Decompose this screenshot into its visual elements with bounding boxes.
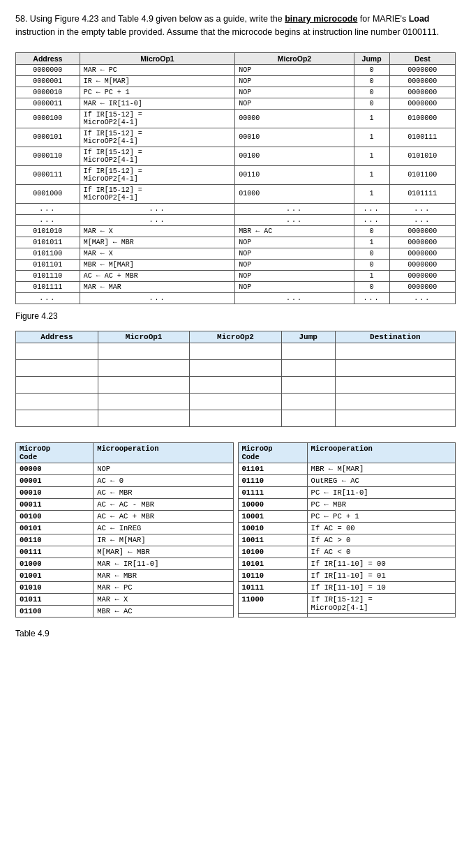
table-cell: ... — [354, 203, 389, 214]
table-cell: AC ← MBR — [94, 486, 233, 498]
table-row: 0101010MAR ← XMBR ← AC00000000 — [16, 225, 456, 237]
table-cell: ... — [235, 214, 354, 225]
answer-cell[interactable] — [335, 376, 455, 393]
answer-cell[interactable] — [98, 376, 189, 393]
question-text4: instruction in the empty table provided.… — [15, 27, 439, 37]
answer-cell[interactable] — [190, 410, 281, 426]
table-row: 0000001IR ← M[MAR]NOP00000000 — [16, 75, 456, 87]
answer-cell[interactable] — [281, 343, 335, 359]
answer-table: Address MicroOp1 MicroOp2 Jump Destinati… — [15, 331, 456, 427]
table-cell: ... — [389, 203, 455, 214]
table-cell: NOP — [235, 98, 354, 109]
list-item: 00000NOP — [16, 463, 234, 474]
table-cell: ... — [16, 214, 80, 225]
table-cell: 10011 — [238, 534, 307, 546]
answer-row[interactable] — [16, 376, 456, 393]
table-cell: 1 — [354, 237, 389, 248]
answer-cell[interactable] — [190, 343, 281, 359]
table-cell — [238, 613, 307, 617]
list-item: 00001AC ← 0 — [16, 474, 234, 486]
answer-row[interactable] — [16, 343, 456, 359]
col-header-dest: Dest — [389, 52, 455, 64]
table-cell: 0000001 — [16, 75, 80, 87]
table-cell: MAR ← MBR — [94, 569, 233, 581]
table-row: 0000000MAR ← PCNOP00000000 — [16, 64, 456, 75]
list-item: 01001MAR ← MBR — [16, 569, 234, 581]
table-cell: ... — [16, 292, 80, 304]
table-row: 0000010PC ← PC + 1NOP00000000 — [16, 87, 456, 98]
table-cell: 0000110 — [16, 147, 80, 165]
answer-cell[interactable] — [335, 393, 455, 410]
question-text: 58. Using Figure 4.23 and Table 4.9 give… — [15, 13, 456, 40]
table-cell: MAR ← X — [80, 248, 235, 259]
table-cell: 01000 — [235, 184, 354, 203]
table-cell: 0000111 — [16, 165, 80, 184]
table-cell: 00100 — [16, 510, 94, 522]
ans-col-microop1: MicroOp1 — [98, 331, 189, 343]
table-cell: If IR[11-10] = 01 — [307, 569, 455, 581]
table-cell: ... — [80, 203, 235, 214]
answer-cell[interactable] — [281, 376, 335, 393]
table-row: 0000110If IR[15-12] = MicroOP2[4-1]00100… — [16, 147, 456, 165]
table-cell: 0000000 — [389, 64, 455, 75]
table-row: 0000100If IR[15-12] = MicroOP2[4-1]00000… — [16, 109, 456, 128]
table-cell: ... — [80, 292, 235, 304]
table-cell: 00000 — [235, 109, 354, 128]
figure-caption: Figure 4.23 — [15, 311, 456, 321]
answer-row[interactable] — [16, 393, 456, 410]
table-cell: If IR[15-12] = MicroOP2[4-1] — [80, 109, 235, 128]
list-item: 10100If AC < 0 — [238, 546, 456, 558]
answer-cell[interactable] — [335, 343, 455, 359]
answer-cell[interactable] — [335, 359, 455, 376]
table-row: ............... — [16, 203, 456, 214]
answer-cell[interactable] — [98, 359, 189, 376]
table-cell: MAR ← MAR — [80, 281, 235, 292]
answer-row[interactable] — [16, 359, 456, 376]
answer-cell[interactable] — [335, 410, 455, 426]
answer-cell[interactable] — [281, 393, 335, 410]
answer-cell[interactable] — [16, 393, 98, 410]
answer-cell[interactable] — [98, 343, 189, 359]
list-item: 01010MAR ← PC — [16, 581, 234, 593]
answer-cell[interactable] — [281, 359, 335, 376]
answer-cell[interactable] — [98, 410, 189, 426]
table-cell: 0000000 — [389, 225, 455, 237]
table-49-right: MicroOpCode Microoperation 01101MBR ← M[… — [238, 442, 456, 618]
table-cell: If IR[15-12] = MicroOP2[4-1] — [80, 165, 235, 184]
list-item: 01000MAR ← IR[11-0] — [16, 558, 234, 569]
t49-right-op-header: Microoperation — [307, 442, 455, 463]
table-row: 0000111If IR[15-12] = MicroOP2[4-1]00110… — [16, 165, 456, 184]
table-cell: 0100111 — [389, 128, 455, 147]
answer-cell[interactable] — [16, 343, 98, 359]
list-item: 00111M[MAR] ← MBR — [16, 546, 234, 558]
list-item: 00011AC ← AC - MBR — [16, 498, 234, 510]
table-cell: NOP — [235, 237, 354, 248]
table-cell: ... — [354, 214, 389, 225]
answer-cell[interactable] — [16, 410, 98, 426]
table-cell: 0 — [354, 281, 389, 292]
table-cell: PC ← PC + 1 — [307, 510, 455, 522]
table-cell: 0101110 — [16, 270, 80, 281]
table-cell: 0000000 — [16, 64, 80, 75]
answer-cell[interactable] — [190, 376, 281, 393]
answer-cell[interactable] — [16, 359, 98, 376]
table-cell: 0000011 — [16, 98, 80, 109]
table-row: 0101011M[MAR] ← MBRNOP10000000 — [16, 237, 456, 248]
answer-cell[interactable] — [98, 393, 189, 410]
table-cell: 0 — [354, 259, 389, 270]
col-header-microop1: MicroOp1 — [80, 52, 235, 64]
answer-cell[interactable] — [190, 393, 281, 410]
answer-cell[interactable] — [281, 410, 335, 426]
figure-423-table: Address MicroOp1 MicroOp2 Jump Dest 0000… — [15, 52, 456, 304]
table-cell: AC ← AC - MBR — [94, 498, 233, 510]
table-cell: AC ← InREG — [94, 522, 233, 534]
table-cell: MAR ← PC — [80, 64, 235, 75]
table-cell: 0101111 — [389, 184, 455, 203]
table-cell: 10110 — [238, 569, 307, 581]
answer-row[interactable] — [16, 410, 456, 426]
table-cell: 00111 — [16, 546, 94, 558]
table-cell: 00101 — [16, 522, 94, 534]
answer-cell[interactable] — [190, 359, 281, 376]
answer-cell[interactable] — [16, 376, 98, 393]
list-item: 10001PC ← PC + 1 — [238, 510, 456, 522]
